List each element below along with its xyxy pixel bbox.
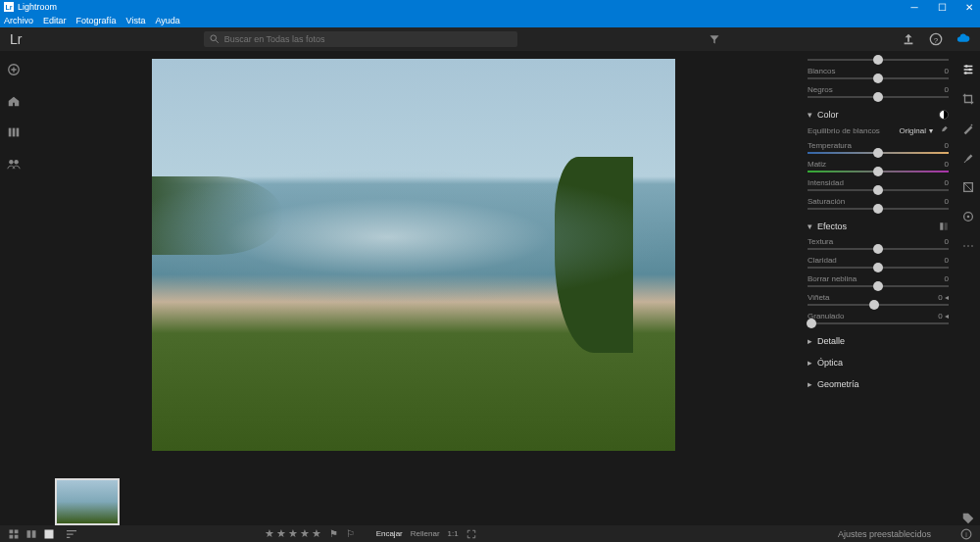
zoom-fill[interactable]: Rellenar <box>411 529 440 539</box>
svg-line-1 <box>216 40 219 43</box>
cloud-sync-icon[interactable] <box>956 32 970 46</box>
share-icon[interactable] <box>902 32 915 46</box>
svg-rect-7 <box>13 128 16 137</box>
flag-pick-icon[interactable]: ⚑ <box>329 528 338 539</box>
svg-rect-22 <box>10 534 14 538</box>
flag-reject-icon[interactable]: ⚐ <box>346 528 355 539</box>
star-icon[interactable]: ★ <box>276 527 286 540</box>
sort-icon[interactable] <box>65 529 78 539</box>
section-detalle-header[interactable]: ▸ Detalle <box>808 336 949 346</box>
svg-point-13 <box>965 65 968 68</box>
bw-toggle-icon[interactable] <box>939 110 949 120</box>
app-topbar: Lr ? <box>0 27 980 51</box>
help-icon[interactable]: ? <box>929 32 943 46</box>
filmstrip-thumb[interactable] <box>55 478 120 525</box>
filmstrip <box>55 478 120 525</box>
zoom-fit[interactable]: Encajar <box>376 529 403 539</box>
search-icon <box>210 34 220 44</box>
slider-granulado[interactable]: Granulado0 ◂ <box>808 312 949 324</box>
svg-point-0 <box>211 35 217 41</box>
star-icon[interactable]: ★ <box>300 527 310 540</box>
svg-point-9 <box>9 160 13 164</box>
menu-editar[interactable]: Editar <box>43 16 67 25</box>
white-balance-label: Equilibrio de blancos <box>808 126 880 135</box>
rating-stars[interactable]: ★ ★ ★ ★ ★ ⚑ ⚐ Encajar Rellenar 1:1 <box>265 527 476 540</box>
photo-canvas[interactable] <box>27 51 800 451</box>
slider-matiz[interactable]: Matiz0 <box>808 160 949 172</box>
star-icon[interactable]: ★ <box>312 527 321 540</box>
slider-temperatura[interactable]: Temperatura0 <box>808 141 949 154</box>
section-geometria-header[interactable]: ▸ Geometría <box>808 379 949 389</box>
brush-icon[interactable] <box>961 151 975 165</box>
app-logo: Lr <box>10 31 22 47</box>
svg-rect-26 <box>45 529 54 538</box>
filter-icon[interactable] <box>709 33 720 45</box>
slider-saturacion[interactable]: Saturación0 <box>808 197 949 210</box>
info-icon[interactable]: i <box>960 528 972 540</box>
sharing-icon[interactable] <box>7 157 21 171</box>
white-balance-select[interactable]: Original ▾ <box>899 126 933 135</box>
section-efectos-header[interactable]: ▾ Efectos <box>808 222 949 231</box>
zoom-expand-icon[interactable] <box>466 529 476 539</box>
section-color-header[interactable]: ▾ Color <box>808 110 949 120</box>
svg-rect-21 <box>15 529 19 533</box>
minimize-button[interactable]: ─ <box>907 2 921 13</box>
app-icon: Lr <box>4 2 14 12</box>
svg-rect-24 <box>27 530 31 538</box>
menu-archivo[interactable]: Archivo <box>4 16 33 25</box>
menu-fotografia[interactable]: Fotografía <box>76 16 117 25</box>
close-button[interactable]: ✕ <box>962 2 976 13</box>
svg-point-16 <box>971 124 973 126</box>
svg-text:i: i <box>965 531 967 538</box>
slider-textura[interactable]: Textura0 <box>808 237 949 250</box>
healing-brush-icon[interactable] <box>961 122 975 135</box>
compare-view-icon[interactable] <box>25 528 37 540</box>
edit-panel: Blancos0 Negros0 ▾ Color Equilibrio de b… <box>800 51 956 525</box>
slider-blancos[interactable]: Blancos0 <box>808 67 949 79</box>
star-icon[interactable]: ★ <box>265 527 274 540</box>
slider-vineta[interactable]: Viñeta0 ◂ <box>808 293 949 306</box>
svg-rect-11 <box>940 222 943 230</box>
svg-rect-2 <box>905 43 913 45</box>
svg-rect-12 <box>945 222 948 230</box>
more-tools-icon[interactable]: ⋯ <box>962 239 974 253</box>
slider-negros[interactable]: Negros0 <box>808 85 949 98</box>
svg-point-10 <box>14 160 18 164</box>
my-photos-icon[interactable] <box>7 125 21 139</box>
svg-rect-8 <box>17 128 20 137</box>
presets-button[interactable]: Ajustes preestablecidos <box>838 529 931 539</box>
svg-point-19 <box>967 216 970 219</box>
slider-claridad[interactable]: Claridad0 <box>808 256 949 269</box>
grid-view-icon[interactable] <box>8 528 20 540</box>
menu-vista[interactable]: Vista <box>126 16 146 25</box>
window-title: Lightroom <box>18 2 57 12</box>
search-box[interactable] <box>204 31 517 47</box>
right-tool-rail: ⋯ <box>956 51 980 525</box>
detail-view-icon[interactable] <box>43 528 55 540</box>
svg-rect-20 <box>10 529 14 533</box>
svg-rect-25 <box>32 530 36 538</box>
radial-gradient-icon[interactable] <box>961 210 975 223</box>
slider-borrar-neblina[interactable]: Borrar neblina0 <box>808 274 949 287</box>
linear-gradient-icon[interactable] <box>961 180 975 194</box>
chevron-down-icon: ▾ <box>929 126 933 135</box>
eyedropper-icon[interactable] <box>939 125 949 135</box>
home-icon[interactable] <box>7 94 21 108</box>
section-optica-header[interactable]: ▸ Óptica <box>808 358 949 368</box>
chevron-right-icon: ▸ <box>808 358 815 368</box>
edit-sliders-icon[interactable] <box>961 63 975 76</box>
left-nav-rail <box>0 51 27 525</box>
svg-rect-23 <box>15 534 19 538</box>
svg-point-15 <box>964 72 967 74</box>
maximize-button[interactable]: ☐ <box>935 2 949 13</box>
split-tone-icon[interactable] <box>939 222 949 231</box>
star-icon[interactable]: ★ <box>288 527 298 540</box>
chevron-down-icon: ▾ <box>808 110 815 120</box>
slider-intensidad[interactable]: Intensidad0 <box>808 178 949 191</box>
crop-icon[interactable] <box>961 92 975 106</box>
zoom-1to1[interactable]: 1:1 <box>448 529 459 539</box>
add-photos-icon[interactable] <box>7 63 21 76</box>
menu-ayuda[interactable]: Ayuda <box>155 16 179 25</box>
search-input[interactable] <box>224 34 512 44</box>
tag-icon[interactable] <box>961 512 975 525</box>
